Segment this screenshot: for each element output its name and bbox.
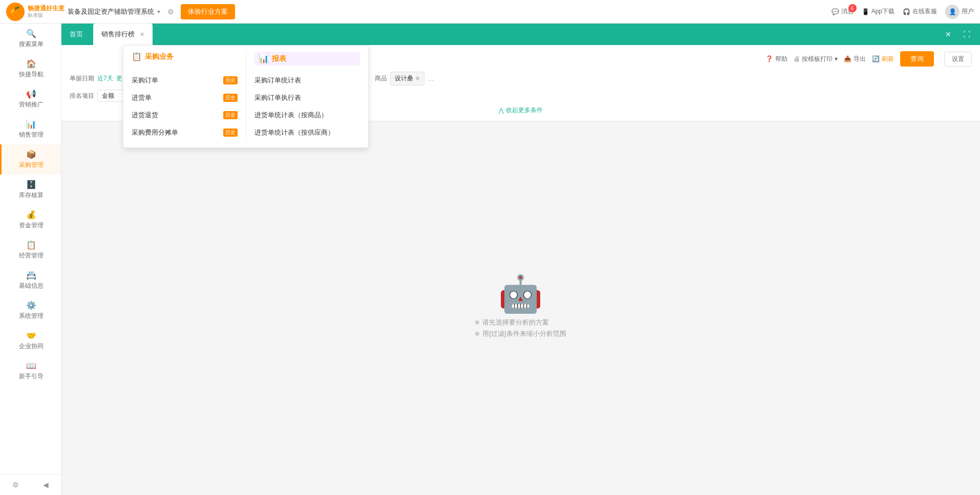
finance-icon: 💰 — [26, 210, 36, 220]
sidebar-item-system[interactable]: ⚙️ 系统管理 — [0, 295, 61, 326]
sidebar-bottom: ⚙ ◀ — [0, 474, 61, 495]
help-button[interactable]: ❓ 帮助 — [765, 55, 787, 63]
sidebar-item-guide[interactable]: 📖 新手引导 — [0, 356, 61, 386]
search-icon: 🔍 — [26, 29, 36, 38]
purchase-col-title: 📋 采购业务 — [132, 52, 238, 66]
refresh-icon: 🔄 — [872, 55, 880, 62]
dropdown-item-purchase-order-exec[interactable]: 采购订单执行表 — [254, 89, 360, 106]
purchase-col: 📋 采购业务 采购订单 历史 进货单 历史 进货退货 历史 — [123, 52, 246, 141]
basic-info-icon: 📇 — [26, 270, 36, 280]
print-icon: 🖨 — [794, 55, 800, 62]
messages-button[interactable]: 💬 消息 6 — [832, 7, 854, 16]
guide-icon: 📖 — [26, 361, 36, 371]
tab-close-button[interactable]: ✕ — [140, 31, 144, 38]
system-dropdown-arrow[interactable]: ▾ — [157, 8, 160, 15]
logo-sub-text: 标准版 — [28, 12, 65, 18]
date-label: 单据日期 — [70, 74, 94, 83]
operations-icon: 📋 — [26, 240, 36, 250]
report-col-icon: 📊 — [259, 54, 269, 63]
inventory-icon: 🗄️ — [26, 180, 36, 189]
history-badge-3: 历史 — [223, 128, 238, 137]
print-dropdown-icon: ▾ — [835, 55, 838, 62]
sales-icon: 📊 — [26, 119, 36, 129]
empty-dot-2 — [475, 332, 479, 336]
empty-hints: 请先选择要分析的方案 用[过滤]条件来缩小分析范围 — [475, 318, 566, 340]
product-tag-close[interactable]: ✕ — [415, 75, 420, 82]
online-service-button[interactable]: 🎧 在线客服 — [903, 7, 937, 16]
phone-icon: 📱 — [862, 8, 869, 15]
message-icon: 💬 — [832, 8, 839, 15]
sidebar-item-quick-nav[interactable]: 🏠 快捷导航 — [0, 54, 61, 84]
export-button[interactable]: 📤 导出 — [844, 55, 866, 63]
logo-text: 畅捷通好生意 标准版 — [28, 5, 65, 18]
export-icon: 📤 — [844, 55, 851, 62]
sidebar-item-basic-info[interactable]: 📇 基础信息 — [0, 265, 61, 295]
dropdown-item-purchase-order[interactable]: 采购订单 历史 — [132, 72, 238, 89]
home-icon: 🏠 — [26, 59, 36, 69]
logo-main-text: 畅捷通好生意 — [28, 5, 65, 12]
app-container: 🍊 畅捷通好生意 标准版 装备及固定资产辅助管理系统 ▾ ⚙ 体验行业方案 💬 … — [0, 0, 980, 495]
sidebar-item-purchase[interactable]: 📦 采购管理 — [0, 144, 61, 175]
sidebar-item-finance[interactable]: 💰 资金管理 — [0, 205, 61, 235]
headset-icon: 🎧 — [903, 8, 910, 15]
system-gear-icon[interactable]: ⚙ — [163, 5, 178, 19]
app-download-button[interactable]: 📱 App下载 — [862, 7, 894, 16]
marketing-icon: 📢 — [26, 89, 36, 99]
empty-state: 🤖 请先选择要分析的方案 用[过滤]条件来缩小分析范围 — [475, 276, 566, 340]
tab-bar: 首页 销售排行榜 ✕ ✕ ⛶ — [61, 24, 980, 45]
purchase-icon: 📦 — [26, 149, 36, 159]
dropdown-item-stock-stat-supplier[interactable]: 进货单统计表（按供应商） — [254, 124, 360, 141]
sidebar-collapse-button[interactable]: ◀ — [39, 479, 53, 491]
sidebar-item-search-menu[interactable]: 🔍 搜索菜单 — [0, 24, 61, 54]
tab-close-all-button[interactable]: ✕ — [941, 27, 955, 41]
history-badge-0: 历史 — [223, 76, 238, 84]
message-badge: 6 — [848, 4, 857, 12]
purchase-dropdown-menu: 📋 采购业务 采购订单 历史 进货单 历史 进货退货 历史 — [123, 45, 369, 148]
collapse-icon: ⋀ — [499, 107, 504, 114]
tab-expand-button[interactable]: ⛶ — [960, 27, 974, 41]
empty-robot-icon: 🤖 — [498, 276, 543, 312]
date-shortcut-7days[interactable]: 近7天 — [97, 74, 113, 83]
settings-button[interactable]: 设置 — [944, 52, 972, 67]
product-tag: 设计桑 ✕ — [390, 72, 424, 85]
collapse-button[interactable]: ⋀ 收起更多条件 — [499, 106, 543, 115]
sidebar-item-sales[interactable]: 📊 销售管理 — [0, 114, 61, 144]
empty-hint-1: 请先选择要分析的方案 — [475, 318, 566, 327]
main-area: 🔍 搜索菜单 🏠 快捷导航 📢 营销推广 📊 销售管理 📦 采购管理 🗄️ — [0, 24, 980, 495]
tab-sales-ranking[interactable]: 销售排行榜 ✕ — [93, 24, 153, 45]
user-profile[interactable]: 👤 用户 — [945, 5, 974, 19]
top-bar: 🍊 畅捷通好生意 标准版 装备及固定资产辅助管理系统 ▾ ⚙ 体验行业方案 💬 … — [0, 0, 980, 24]
logo-icon: 🍊 — [6, 3, 25, 21]
sidebar-item-enterprise[interactable]: 🤝 企业协同 — [0, 326, 61, 356]
tab-home[interactable]: 首页 — [61, 24, 91, 45]
report-col-title: 📊 报表 — [254, 52, 360, 66]
dropdown-item-stock-in[interactable]: 进货单 历史 — [132, 89, 238, 106]
sidebar-settings-button[interactable]: ⚙ — [8, 479, 23, 491]
dropdown-item-purchase-cost[interactable]: 采购费用分摊单 历史 — [132, 124, 238, 141]
rank-label: 排名项目 — [70, 92, 94, 100]
system-name-label: 装备及固定资产辅助管理系统 — [68, 7, 154, 16]
tab-actions: ✕ ⛶ — [941, 27, 980, 41]
dropdown-item-stock-return[interactable]: 进货退货 历史 — [132, 106, 238, 124]
empty-hint-2: 用[过滤]条件来缩小分析范围 — [475, 329, 566, 338]
dropdown-item-purchase-order-stat[interactable]: 采购订单统计表 — [254, 72, 360, 89]
purchase-col-icon: 📋 — [132, 52, 142, 61]
dropdown-item-stock-stat-product[interactable]: 进货单统计表（按商品） — [254, 106, 360, 124]
main-content: 🤖 请先选择要分析的方案 用[过滤]条件来缩小分析范围 — [61, 121, 980, 495]
sidebar: 🔍 搜索菜单 🏠 快捷导航 📢 营销推广 📊 销售管理 📦 采购管理 🗄️ — [0, 24, 61, 495]
query-button[interactable]: 查询 — [900, 51, 934, 67]
industry-button[interactable]: 体验行业方案 — [181, 4, 235, 19]
system-name-area: 装备及固定资产辅助管理系统 ▾ ⚙ 体验行业方案 — [68, 4, 832, 19]
history-badge-1: 历史 — [223, 94, 238, 102]
history-badge-2: 历史 — [223, 111, 238, 119]
enterprise-icon: 🤝 — [26, 331, 36, 340]
user-avatar: 👤 — [945, 5, 960, 19]
sidebar-item-marketing[interactable]: 📢 营销推广 — [0, 84, 61, 114]
refresh-button[interactable]: 🔄 刷新 — [872, 55, 894, 63]
print-button[interactable]: 🖨 按模板打印 ▾ — [794, 55, 838, 63]
help-icon: ❓ — [765, 55, 773, 62]
sidebar-item-operations[interactable]: 📋 经营管理 — [0, 235, 61, 265]
top-bar-right: 💬 消息 6 📱 App下载 🎧 在线客服 👤 用户 — [832, 5, 974, 19]
sidebar-item-inventory[interactable]: 🗄️ 库存核算 — [0, 175, 61, 205]
product-more-button[interactable]: … — [428, 75, 434, 82]
